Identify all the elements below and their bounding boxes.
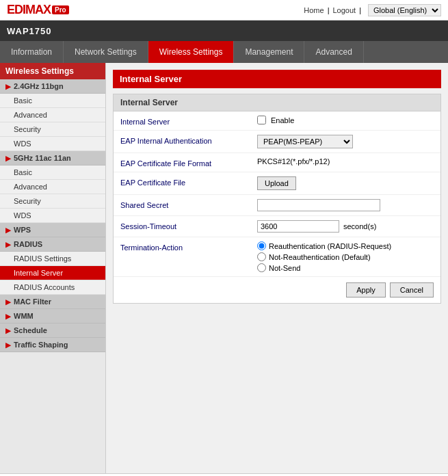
sidebar-section-schedule[interactable]: ▶ Schedule [0, 323, 105, 338]
radio-not-reauth-label: Not-Reauthentication (Default) [269, 253, 371, 261]
logo-pro: Pro [52, 5, 69, 14]
field-eap-cert-format: EAP Certificate File Format PKCS#12(*.pf… [114, 153, 440, 172]
sidebar-item-5ghz-basic[interactable]: Basic [0, 166, 105, 180]
arrow-icon-wmm: ▶ [5, 313, 11, 320]
arrow-icon-mac: ▶ [5, 298, 11, 306]
nav-tabs: Information Network Settings Wireless Se… [0, 41, 448, 63]
label-eap-cert-file: EAP Certificate File [120, 176, 257, 187]
page-title: Internal Server [113, 70, 441, 88]
sidebar-item-5ghz-security[interactable]: Security [0, 194, 105, 209]
arrow-icon-wps: ▶ [5, 226, 11, 234]
sidebar-section-mac-filter[interactable]: ▶ MAC Filter [0, 295, 105, 309]
footer: Copyright 2014 © EDIMAX Technology Co., … [0, 473, 448, 476]
field-shared-secret: Shared Secret [114, 195, 440, 216]
cancel-button[interactable]: Cancel [390, 282, 434, 298]
sidebar-section-wmm[interactable]: ▶ WMM [0, 309, 105, 323]
sidebar-section-2.4ghz[interactable]: ▶ 2.4GHz 11bgn [0, 79, 105, 94]
content-box-title: Internal Server [114, 94, 440, 111]
logo-edimax: EDIMAX [7, 3, 51, 17]
sidebar-section-wps[interactable]: ▶ WPS [0, 223, 105, 237]
action-row: Apply Cancel [114, 277, 440, 303]
arrow-icon-traffic: ▶ [5, 341, 11, 349]
tab-information[interactable]: Information [0, 41, 64, 63]
radio-not-send-label: Not-Send [269, 264, 300, 272]
tab-network-settings[interactable]: Network Settings [64, 41, 148, 63]
upload-button[interactable]: Upload [257, 176, 296, 190]
tab-advanced[interactable]: Advanced [304, 41, 363, 63]
radio-reauth[interactable]: Reauthentication (RADIUS-Request) [257, 241, 434, 250]
tab-management[interactable]: Management [234, 41, 304, 63]
sidebar-item-2.4ghz-security[interactable]: Security [0, 122, 105, 137]
label-eap-cert-format: EAP Certificate File Format [120, 157, 257, 168]
checkbox-internal-server[interactable] [257, 116, 266, 124]
sidebar-item-2.4ghz-wds[interactable]: WDS [0, 137, 105, 151]
sidebar-section-5ghz[interactable]: ▶ 5GHz 11ac 11an [0, 151, 105, 166]
tab-wireless-settings[interactable]: Wireless Settings [148, 41, 235, 63]
label-eap-auth: EAP Internal Authentication [120, 135, 257, 145]
label-internal-server: Internal Server [120, 116, 257, 126]
apply-button[interactable]: Apply [346, 282, 386, 298]
sidebar-item-radius-settings[interactable]: RADIUS Settings [0, 252, 105, 266]
field-eap-cert-file: EAP Certificate File Upload [114, 172, 440, 195]
radio-not-send[interactable]: Not-Send [257, 263, 434, 272]
label-termination-action: Termination-Action [120, 241, 257, 252]
label-shared-secret: Shared Secret [120, 199, 257, 209]
sidebar-item-5ghz-wds[interactable]: WDS [0, 209, 105, 223]
arrow-icon-schedule: ▶ [5, 327, 11, 334]
input-shared-secret[interactable] [257, 199, 380, 211]
radio-reauth-label: Reauthentication (RADIUS-Request) [269, 242, 391, 250]
label-session-timeout: Session-Timeout [120, 220, 257, 230]
content-area: Internal Server Internal Server Internal… [106, 63, 448, 473]
radio-not-send-input[interactable] [257, 263, 266, 272]
field-internal-server: Internal Server Enable [114, 111, 440, 131]
sidebar-section-radius[interactable]: ▶ RADIUS [0, 237, 105, 252]
language-select[interactable]: Global (English) [368, 4, 441, 16]
radio-reauth-input[interactable] [257, 241, 266, 250]
content-box: Internal Server Internal Server Enable E… [113, 94, 441, 304]
eap-cert-format-value: PKCS#12(*.pfx/*.p12) [257, 157, 330, 166]
home-link[interactable]: Home [304, 6, 324, 14]
radio-not-reauth-input[interactable] [257, 252, 266, 261]
model-name: WAP1750 [7, 26, 52, 36]
sidebar-section-traffic-shaping[interactable]: ▶ Traffic Shaping [0, 338, 105, 352]
field-termination-action: Termination-Action Reauthentication (RAD… [114, 237, 440, 277]
select-eap-auth[interactable]: PEAP(MS-PEAP) [257, 135, 353, 148]
arrow-icon-5ghz: ▶ [5, 155, 11, 162]
checkbox-label-enable: Enable [271, 116, 294, 124]
logout-link[interactable]: Logout [332, 6, 356, 14]
arrow-icon: ▶ [5, 83, 11, 90]
sidebar-group-title: Wireless Settings [0, 63, 105, 79]
sidebar-item-2.4ghz-basic[interactable]: Basic [0, 94, 105, 108]
sidebar-item-5ghz-advanced[interactable]: Advanced [0, 180, 105, 194]
sidebar-item-internal-server[interactable]: Internal Server [0, 266, 105, 280]
sidebar-item-radius-accounts[interactable]: RADIUS Accounts [0, 280, 105, 295]
sidebar: Wireless Settings ▶ 2.4GHz 11bgn Basic A… [0, 63, 106, 473]
logo: EDIMAX Pro [7, 3, 69, 17]
sidebar-item-2.4ghz-advanced[interactable]: Advanced [0, 108, 105, 122]
session-timeout-unit: second(s) [343, 222, 376, 230]
field-session-timeout: Session-Timeout second(s) [114, 216, 440, 237]
arrow-icon-radius: ▶ [5, 241, 11, 248]
field-eap-internal-auth: EAP Internal Authentication PEAP(MS-PEAP… [114, 131, 440, 153]
input-session-timeout[interactable] [257, 220, 339, 233]
radio-not-reauth[interactable]: Not-Reauthentication (Default) [257, 252, 434, 261]
radio-group-termination: Reauthentication (RADIUS-Request) Not-Re… [257, 241, 434, 272]
